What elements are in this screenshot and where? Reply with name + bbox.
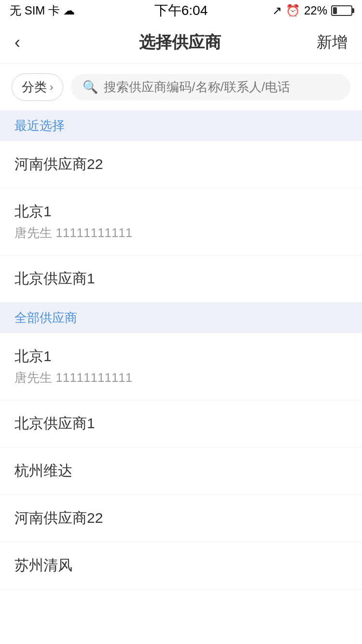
item-name: 北京供应商1 — [14, 269, 348, 289]
item-name: 杭州维达 — [14, 461, 348, 481]
list-item[interactable]: 河南供应商22 — [0, 495, 362, 542]
list-item[interactable]: 北京1唐先生 11111111111 — [0, 333, 362, 400]
recent-items-list: 河南供应商22北京1唐先生 11111111111北京供应商1 — [0, 141, 362, 303]
all-section-header: 全部供应商 — [0, 303, 362, 333]
battery-percent: 22% — [304, 4, 327, 17]
battery-fill — [333, 7, 337, 14]
item-sub: 唐先生 11111111111 — [14, 369, 348, 386]
item-name: 北京1 — [14, 347, 348, 366]
recent-section-label: 最近选择 — [14, 118, 65, 133]
category-label: 分类 — [22, 79, 47, 96]
list-item[interactable]: 杭州维达 — [0, 448, 362, 495]
search-icon: 🔍 — [83, 80, 98, 95]
all-section-label: 全部供应商 — [14, 310, 77, 325]
search-input-wrap: 🔍 — [71, 74, 350, 100]
chevron-right-icon: › — [50, 81, 53, 94]
list-item[interactable]: 北京1唐先生 11111111111 — [0, 188, 362, 255]
status-left: 无 SIM 卡 ☁ — [10, 3, 75, 18]
back-button[interactable]: ‹ — [14, 32, 43, 53]
category-filter-button[interactable]: 分类 › — [12, 73, 63, 101]
list-item[interactable]: 苏州清风 — [0, 542, 362, 589]
item-name: 北京供应商1 — [14, 414, 348, 434]
item-sub: 唐先生 11111111111 — [14, 224, 348, 241]
sim-status: 无 SIM 卡 ☁ — [10, 3, 75, 18]
list-item[interactable]: 河南供应商22 — [0, 141, 362, 188]
status-right: ↗ ⏰ 22% — [272, 4, 352, 17]
recent-section-header: 最近选择 — [0, 111, 362, 141]
location-icon: ↗ — [272, 4, 282, 17]
all-items-list: 北京1唐先生 11111111111北京供应商1杭州维达河南供应商22苏州清风 — [0, 333, 362, 589]
search-bar: 分类 › 🔍 — [0, 64, 362, 111]
battery-icon — [331, 5, 352, 16]
new-action-button[interactable]: 新增 — [317, 32, 348, 53]
item-name: 北京1 — [14, 202, 348, 222]
alarm-icon: ⏰ — [286, 4, 300, 17]
nav-bar: ‹ 选择供应商 新增 — [0, 21, 362, 64]
nav-title: 选择供应商 — [139, 31, 221, 54]
status-time: 下午6:04 — [154, 1, 208, 20]
item-name: 河南供应商22 — [14, 154, 348, 174]
status-bar: 无 SIM 卡 ☁ 下午6:04 ↗ ⏰ 22% — [0, 0, 362, 21]
search-input[interactable] — [104, 80, 339, 95]
list-item[interactable]: 北京供应商1 — [0, 255, 362, 303]
item-name: 河南供应商22 — [14, 508, 348, 528]
list-item[interactable]: 北京供应商1 — [0, 400, 362, 448]
item-name: 苏州清风 — [14, 556, 348, 575]
